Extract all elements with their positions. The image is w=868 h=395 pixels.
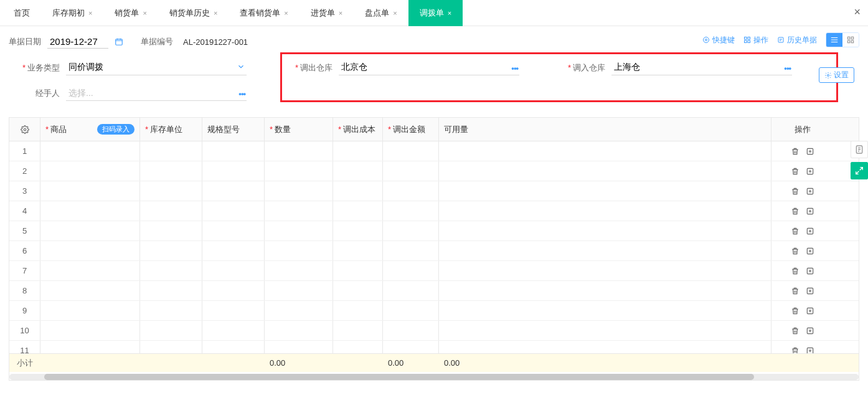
view-grid-button[interactable] xyxy=(842,33,859,47)
row-index: 8 xyxy=(9,281,40,300)
close-icon[interactable]: × xyxy=(393,9,397,17)
svg-rect-8 xyxy=(847,37,850,39)
col-unit: *库存单位 xyxy=(140,118,202,141)
subtotal-qty: 0.00 xyxy=(265,354,333,372)
delete-row-icon[interactable] xyxy=(791,326,800,335)
col-avail: 可用量 xyxy=(439,118,771,141)
in-warehouse-select[interactable] xyxy=(611,60,792,75)
row-index: 1 xyxy=(9,141,40,161)
table-row[interactable]: 5 xyxy=(9,221,859,241)
chevron-down-icon[interactable] xyxy=(237,62,245,71)
svg-point-13 xyxy=(24,128,26,131)
handler-select[interactable] xyxy=(66,85,247,101)
more-icon[interactable]: ••• xyxy=(238,89,245,98)
close-icon[interactable]: × xyxy=(339,9,342,17)
scan-badge[interactable]: 扫码录入 xyxy=(97,124,134,135)
more-icon[interactable]: ••• xyxy=(784,64,791,73)
tab-stocktake[interactable]: 盘点单× xyxy=(354,0,408,26)
row-index: 2 xyxy=(9,161,40,181)
calendar-icon[interactable] xyxy=(115,37,123,46)
add-row-icon[interactable] xyxy=(806,227,814,236)
svg-point-1 xyxy=(705,39,707,41)
table-row[interactable]: 8 xyxy=(9,281,859,301)
row-index: 7 xyxy=(9,261,40,280)
close-all-tabs-icon[interactable]: × xyxy=(854,6,861,19)
delete-row-icon[interactable] xyxy=(791,187,800,196)
table-row[interactable]: 7 xyxy=(9,261,859,281)
table-row[interactable]: 1 xyxy=(9,141,859,161)
table-row[interactable]: 3 xyxy=(9,181,859,201)
view-list-button[interactable] xyxy=(826,33,842,47)
biz-type-select[interactable] xyxy=(66,60,247,75)
table-row[interactable]: 2 xyxy=(9,161,859,181)
table-row[interactable]: 11 xyxy=(9,341,859,353)
col-out-amt: *调出金额 xyxy=(383,118,439,141)
notes-icon[interactable] xyxy=(851,141,868,158)
delete-row-icon[interactable] xyxy=(791,227,800,236)
doc-no-label: 单据编号 xyxy=(141,36,173,47)
delete-row-icon[interactable] xyxy=(791,247,800,255)
col-product: *商品扫码录入 xyxy=(40,118,140,141)
table-body: 1234567891011 xyxy=(9,141,859,353)
delete-row-icon[interactable] xyxy=(791,287,800,295)
table-row[interactable]: 4 xyxy=(9,201,859,221)
table-row[interactable]: 9 xyxy=(9,301,859,321)
more-icon[interactable]: ••• xyxy=(511,64,518,73)
table-header: *商品扫码录入 *库存单位 规格型号 *数量 *调出成本 *调出金额 可用量 操… xyxy=(9,118,859,141)
add-row-icon[interactable] xyxy=(806,346,814,354)
row-index: 9 xyxy=(9,301,40,320)
svg-rect-4 xyxy=(748,37,750,40)
tab-sales-history[interactable]: 销货单历史× xyxy=(158,0,229,26)
tab-view-sales[interactable]: 查看销货单× xyxy=(229,0,299,26)
tab-inventory-initial[interactable]: 库存期初× xyxy=(41,0,103,26)
operations-link[interactable]: 操作 xyxy=(743,35,768,45)
tab-home[interactable]: 首页 xyxy=(2,0,41,26)
delete-row-icon[interactable] xyxy=(791,267,800,275)
gear-column[interactable] xyxy=(9,118,40,141)
svg-point-12 xyxy=(828,74,829,76)
tab-sales-order[interactable]: 销货单× xyxy=(103,0,158,26)
horizontal-scrollbar[interactable] xyxy=(9,374,859,380)
shortcut-link[interactable]: 快捷键 xyxy=(702,35,735,45)
add-row-icon[interactable] xyxy=(806,187,814,196)
table-row[interactable]: 6 xyxy=(9,241,859,261)
row-index: 10 xyxy=(9,321,40,340)
row-index: 6 xyxy=(9,241,40,260)
svg-rect-5 xyxy=(745,40,747,43)
add-row-icon[interactable] xyxy=(806,326,814,335)
add-row-icon[interactable] xyxy=(806,207,814,216)
out-warehouse-select[interactable] xyxy=(339,60,519,75)
close-icon[interactable]: × xyxy=(448,9,451,17)
col-out-cost: *调出成本 xyxy=(333,118,383,141)
delete-row-icon[interactable] xyxy=(791,207,800,216)
col-spec: 规格型号 xyxy=(202,118,265,141)
close-icon[interactable]: × xyxy=(88,9,92,17)
svg-rect-3 xyxy=(745,37,747,40)
close-icon[interactable]: × xyxy=(143,9,146,17)
settings-button[interactable]: 设置 xyxy=(819,67,854,83)
close-icon[interactable]: × xyxy=(284,9,288,17)
col-ops: 操作 xyxy=(771,118,834,141)
col-qty: *数量 xyxy=(265,118,333,141)
subtotal-avail: 0.00 xyxy=(439,354,771,372)
delete-row-icon[interactable] xyxy=(791,147,800,156)
table-row[interactable]: 10 xyxy=(9,321,859,341)
history-link[interactable]: 历史单据 xyxy=(777,35,817,45)
expand-icon[interactable] xyxy=(851,162,868,179)
tab-purchase[interactable]: 进货单× xyxy=(300,0,354,26)
tab-transfer[interactable]: 调拨单× xyxy=(408,0,463,26)
date-input[interactable] xyxy=(47,35,108,49)
add-row-icon[interactable] xyxy=(806,147,814,156)
delete-row-icon[interactable] xyxy=(791,167,800,176)
row-index: 5 xyxy=(9,221,40,240)
add-row-icon[interactable] xyxy=(806,167,814,176)
add-row-icon[interactable] xyxy=(806,287,814,295)
add-row-icon[interactable] xyxy=(806,267,814,275)
row-index: 3 xyxy=(9,181,40,201)
delete-row-icon[interactable] xyxy=(791,346,800,354)
add-row-icon[interactable] xyxy=(806,247,814,255)
add-row-icon[interactable] xyxy=(806,307,814,315)
delete-row-icon[interactable] xyxy=(791,307,800,315)
close-icon[interactable]: × xyxy=(214,9,217,17)
tabs-bar: 首页 库存期初× 销货单× 销货单历史× 查看销货单× 进货单× 盘点单× 调拨… xyxy=(0,0,868,26)
